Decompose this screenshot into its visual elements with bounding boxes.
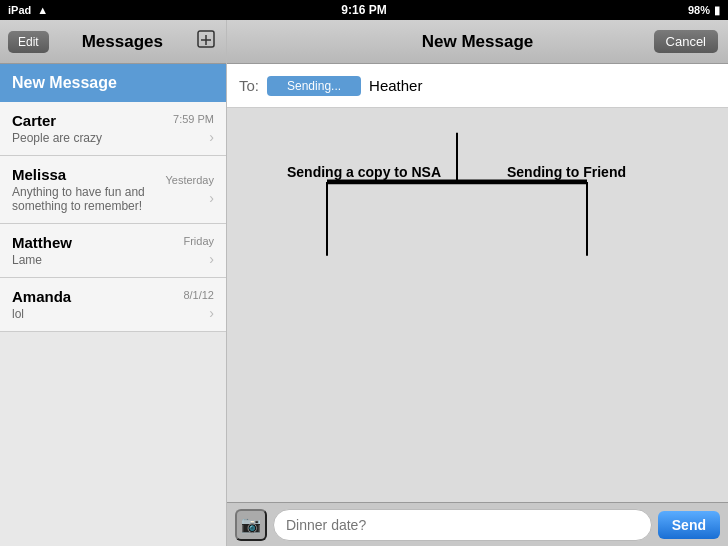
conv-preview: Anything to have fun and something to re… [12,185,165,213]
conv-time: Friday [183,235,214,247]
conv-preview: lol [12,307,183,321]
conv-name: Matthew [12,234,183,251]
message-body: Sending a copy to NSA Sending to Friend [227,108,728,502]
conv-right: Friday › [183,235,214,267]
conv-time: Yesterday [165,174,214,186]
conv-left: Matthew Lame [12,234,183,267]
conv-right: 8/1/12 › [183,289,214,321]
chevron-right-icon: › [209,251,214,267]
conv-name: Melissa [12,166,165,183]
camera-button[interactable]: 📷 [235,509,267,541]
conversation-list: Carter People are crazy 7:59 PM › Meliss… [0,102,226,546]
chevron-right-icon: › [209,305,214,321]
edit-button[interactable]: Edit [8,31,49,53]
annotation-nsa: Sending a copy to NSA [287,163,441,181]
carrier-label: iPad [8,4,31,16]
message-header: New Message Cancel [227,20,728,64]
conversation-item-3[interactable]: Amanda lol 8/1/12 › [0,278,226,332]
conv-preview: People are crazy [12,131,173,145]
to-label: To: [239,77,259,94]
compose-button[interactable] [196,29,218,54]
conv-preview: Lame [12,253,183,267]
status-bar: iPad ▲ 9:16 PM 98% ▮ [0,0,728,20]
send-button[interactable]: Send [658,511,720,539]
compose-icon [196,29,218,51]
camera-icon: 📷 [241,515,261,534]
sending-bar: Sending... [267,76,361,96]
right-panel: New Message Cancel To: Sending... Heathe… [227,20,728,546]
conv-name: Carter [12,112,173,129]
conv-right: 7:59 PM › [173,113,214,145]
annotation-friend: Sending to Friend [507,163,626,181]
conv-name: Amanda [12,288,183,305]
battery-label: 98% [688,4,710,16]
chevron-right-icon: › [209,129,214,145]
new-message-label: New Message [12,74,117,91]
status-time: 9:16 PM [341,3,386,17]
conv-left: Melissa Anything to have fun and somethi… [12,166,165,213]
message-input[interactable] [273,509,652,541]
conv-time: 7:59 PM [173,113,214,125]
conv-right: Yesterday › [165,174,214,206]
conversation-item-1[interactable]: Melissa Anything to have fun and somethi… [0,156,226,224]
conversation-item-2[interactable]: Matthew Lame Friday › [0,224,226,278]
conv-left: Amanda lol [12,288,183,321]
status-right: 98% ▮ [688,4,720,17]
cancel-button[interactable]: Cancel [654,30,718,53]
input-bar: 📷 Send [227,502,728,546]
to-field: To: Sending... Heather [227,64,728,108]
messages-header: Edit Messages [0,20,226,64]
main-container: Edit Messages New Message Carter People … [0,20,728,546]
messages-title: Messages [82,32,163,52]
to-recipient: Heather [369,77,422,94]
battery-icon: ▮ [714,4,720,17]
status-left: iPad ▲ [8,4,48,16]
conv-left: Carter People are crazy [12,112,173,145]
message-title: New Message [422,32,534,52]
new-message-item[interactable]: New Message [0,64,226,102]
chevron-right-icon: › [209,190,214,206]
conv-time: 8/1/12 [183,289,214,301]
conversation-item-0[interactable]: Carter People are crazy 7:59 PM › [0,102,226,156]
left-panel: Edit Messages New Message Carter People … [0,20,227,546]
wifi-icon: ▲ [37,4,48,16]
